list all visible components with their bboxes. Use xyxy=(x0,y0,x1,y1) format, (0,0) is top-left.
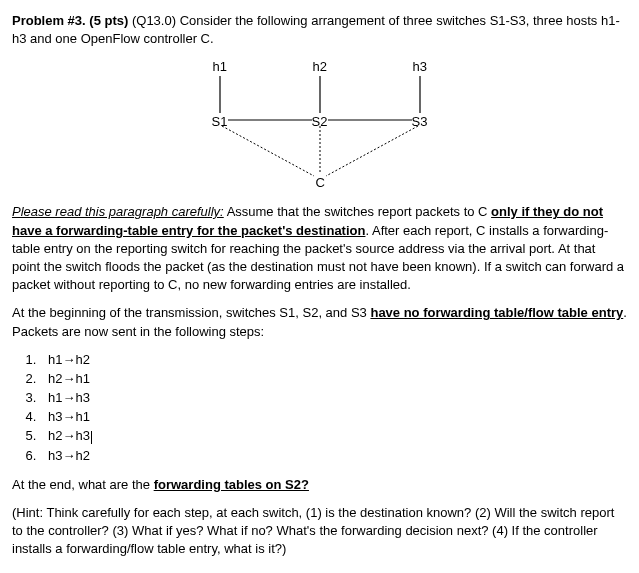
host-h2: h2 xyxy=(313,58,327,76)
p2-t1: At the beginning of the transmission, sw… xyxy=(12,305,370,320)
problem-label: Problem #3. (5 pts) xyxy=(12,13,128,28)
step-2: h2→h1 xyxy=(40,370,627,389)
problem-header: Problem #3. (5 pts) (Q13.0) Consider the… xyxy=(12,12,627,48)
step-3: h1→h3 xyxy=(40,389,627,408)
instructions-lead: Please read this paragraph carefully: xyxy=(12,204,224,219)
q-u1: forwarding tables on S2? xyxy=(154,477,309,492)
step-4: h3→h1 xyxy=(40,408,627,427)
steps-list: h1→h2 h2→h1 h1→h3 h3→h1 h2→h3 h3→h2 xyxy=(40,351,627,466)
switch-s2: S2 xyxy=(312,113,328,131)
host-h1: h1 xyxy=(213,58,227,76)
svg-line-7 xyxy=(326,126,418,176)
step-6: h3→h2 xyxy=(40,447,627,466)
svg-line-5 xyxy=(222,126,314,176)
p2-u1: have no forwarding table/flow table entr… xyxy=(370,305,623,320)
host-h3: h3 xyxy=(413,58,427,76)
question-paragraph: At the end, what are the forwarding tabl… xyxy=(12,476,627,494)
controller-c: C xyxy=(316,174,325,192)
question-ref: (Q13.0) xyxy=(132,13,176,28)
instructions-paragraph: Please read this paragraph carefully: As… xyxy=(12,203,627,294)
switch-s3: S3 xyxy=(412,113,428,131)
p1-t1: Assume that the switches report packets … xyxy=(224,204,491,219)
step-1: h1→h2 xyxy=(40,351,627,370)
step-5: h2→h3 xyxy=(40,427,627,446)
q-t1: At the end, what are the xyxy=(12,477,154,492)
answer-label: Answer: xyxy=(12,569,627,573)
switch-s1: S1 xyxy=(212,113,228,131)
hint-paragraph: (Hint: Think carefully for each step, at… xyxy=(12,504,627,559)
network-diagram: h1 h2 h3 S1 S2 S3 C xyxy=(170,58,470,188)
setup-paragraph: At the beginning of the transmission, sw… xyxy=(12,304,627,340)
